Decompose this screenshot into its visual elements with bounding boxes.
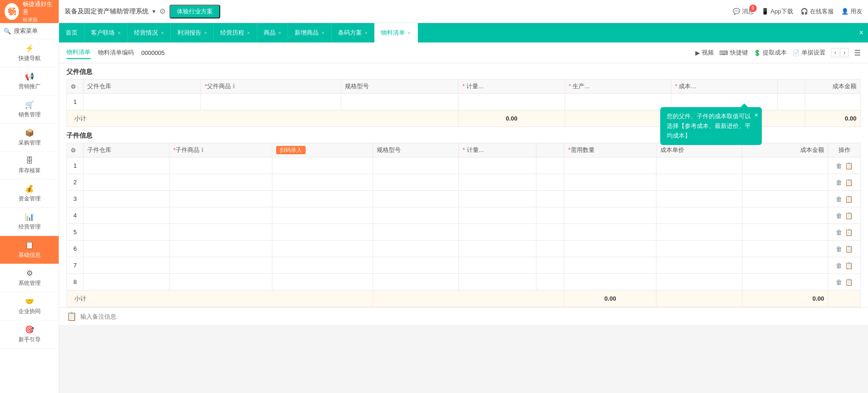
trial-button[interactable]: 体验行业方案 [169,5,220,18]
child-row8-warehouse[interactable] [84,274,169,290]
tab-bom[interactable]: 物料清单 × [374,23,417,42]
tooltip-close-button[interactable]: × [754,110,758,120]
child-row3-unit-cost[interactable] [657,191,742,207]
copy-icon[interactable]: 📋 [845,162,853,169]
settings-icon[interactable]: ⚙ [159,7,166,16]
tab-customer-close[interactable]: × [118,30,121,36]
shortcut-button[interactable]: ⌨ 快捷键 [719,48,748,57]
child-row3-warehouse[interactable] [84,191,169,207]
child-row7-qty[interactable] [564,257,657,274]
page-tab-bom-code[interactable]: 物料清单编码 [98,47,134,59]
parent-row-spec[interactable] [341,94,458,110]
system-dropdown[interactable]: ▾ [152,8,156,15]
copy-icon[interactable]: 📋 [845,245,853,253]
child-row3-unit[interactable] [458,191,536,207]
child-row7-spec[interactable] [373,257,459,274]
user-button[interactable]: 👤 用友 [841,7,862,16]
parent-col-settings[interactable]: ⚙ [67,79,84,94]
child-row5-unit-cost[interactable] [657,224,742,241]
parent-row-unit[interactable] [458,94,565,110]
delete-icon[interactable]: 🗑 [836,179,842,186]
tab-customer[interactable]: 客户联络 × [84,23,127,42]
child-row4-spec[interactable] [373,207,459,224]
child-row8-qty[interactable] [564,274,657,290]
tab-history-close[interactable]: × [247,30,250,36]
child-row3-qty[interactable] [564,191,657,207]
sidebar-item-system[interactable]: ⚙ 系统管理 [0,264,59,292]
child-row7-unit-cost[interactable] [657,257,742,274]
child-row3-product[interactable] [169,191,272,207]
view-video-button[interactable]: ▶ 视频 [695,48,714,57]
child-row4-warehouse[interactable] [84,207,169,224]
child-row6-product[interactable] [169,241,272,257]
sidebar-item-search[interactable]: 🔍 搜索菜单 [0,23,59,39]
delete-icon[interactable]: 🗑 [836,212,842,219]
child-row6-qty[interactable] [564,241,657,257]
tab-goods[interactable]: 商品 × [257,23,288,42]
sidebar-item-marketing[interactable]: 📢 营销推广 [0,67,59,96]
app-download-button[interactable]: 📱 App下载 [761,7,793,16]
sidebar-item-guide[interactable]: 🎯 新手引导 [0,320,59,349]
tab-operations[interactable]: 经营情况 × [127,23,170,42]
copy-icon[interactable]: 📋 [845,278,853,286]
sidebar-item-purchase[interactable]: 📦 采购管理 [0,124,59,152]
child-row1-product[interactable] [169,157,272,174]
child-row7-warehouse[interactable] [84,257,169,274]
child-row4-unit[interactable] [458,207,536,224]
scan-button[interactable]: 扫码录入 [276,146,306,154]
copy-icon[interactable]: 📋 [845,179,853,186]
sidebar-item-collab[interactable]: 🤝 企业协同 [0,292,59,320]
delete-icon[interactable]: 🗑 [836,162,842,169]
child-row8-unit-cost[interactable] [657,274,742,290]
child-row4-unit-cost[interactable] [657,207,742,224]
child-row8-unit[interactable] [458,274,536,290]
child-row8-spec[interactable] [373,274,459,290]
sidebar-item-finance[interactable]: 💰 资金管理 [0,180,59,208]
child-row2-warehouse[interactable] [84,174,169,191]
parent-row-production[interactable] [565,94,671,110]
child-row8-product[interactable] [169,274,272,290]
tab-history[interactable]: 经营历程 × [214,23,257,42]
tab-profit[interactable]: 利润报告 × [171,23,214,42]
child-row4-product[interactable] [169,207,272,224]
child-row7-unit[interactable] [458,257,536,274]
child-row5-spec[interactable] [373,224,459,241]
next-button[interactable]: › [840,48,849,57]
prev-button[interactable]: ‹ [831,48,839,57]
copy-icon[interactable]: 📋 [845,195,853,203]
delete-icon[interactable]: 🗑 [836,195,842,203]
tab-barcode-close[interactable]: × [365,30,368,36]
tab-barcode[interactable]: 条码方案 × [332,23,374,42]
child-row6-spec[interactable] [373,241,459,257]
sidebar-item-operations[interactable]: 📊 经营管理 [0,208,59,236]
sidebar-item-sales[interactable]: 🛒 销售管理 [0,96,59,124]
close-all-tabs-button[interactable]: × [855,29,868,37]
parent-row-warehouse[interactable] [84,94,201,110]
child-row1-unit[interactable] [458,157,536,174]
child-row1-warehouse[interactable] [84,157,169,174]
child-row4-qty[interactable] [564,207,657,224]
remark-input[interactable] [80,313,861,320]
child-row2-qty[interactable] [564,174,657,191]
copy-icon[interactable]: 📋 [845,229,853,236]
child-row6-unit-cost[interactable] [657,241,742,257]
online-service-button[interactable]: 🎧 在线客服 [801,7,834,16]
child-row2-product[interactable] [169,174,272,191]
delete-icon[interactable]: 🗑 [836,245,842,253]
single-setup-button[interactable]: 📄 单据设置 [792,48,826,57]
copy-icon[interactable]: 📋 [845,262,853,269]
child-row1-spec[interactable] [373,157,459,174]
page-tab-bom[interactable]: 物料清单 [66,46,90,59]
delete-icon[interactable]: 🗑 [836,262,842,269]
sidebar-item-quick-nav[interactable]: ⚡ 快捷导航 [0,39,59,67]
child-row3-spec[interactable] [373,191,459,207]
tab-home[interactable]: 首页 [59,23,84,42]
sidebar-item-inventory[interactable]: 🗄 库存核算 [0,152,59,180]
tab-new-goods-close[interactable]: × [321,30,324,36]
child-row6-warehouse[interactable] [84,241,169,257]
child-row5-warehouse[interactable] [84,224,169,241]
child-row5-unit[interactable] [458,224,536,241]
child-row1-unit-cost[interactable] [657,157,742,174]
child-row7-product[interactable] [169,257,272,274]
child-row2-unit-cost[interactable] [657,174,742,191]
